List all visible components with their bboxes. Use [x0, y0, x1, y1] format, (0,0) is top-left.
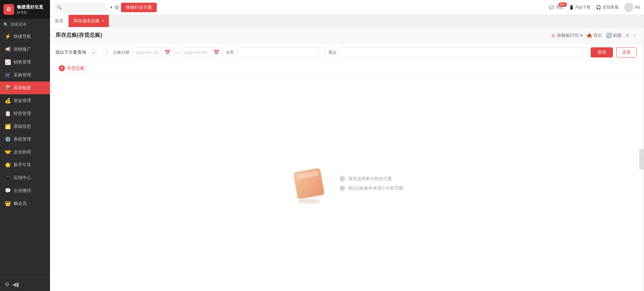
sidebar-item-guide[interactable]: 🌟新手引导: [0, 159, 50, 171]
print-btn[interactable]: 🖨 按模板打印 ▾: [551, 32, 583, 39]
online-service-btn[interactable]: 🎧 在线客服: [596, 4, 619, 10]
filter-bar: 按以下方案查询 + 《 记账日期 yyyy-mm-dd 📅 —: [50, 44, 642, 61]
nav-icon-sales: 📈: [5, 59, 11, 65]
logo-main: 畅捷通好生意: [17, 4, 43, 10]
tab-close-icon[interactable]: ×: [102, 19, 104, 23]
main-content: 🔍 ▾ ⚙ 体验行业方案 💬 消息 99+ 📱 App下载 🎧 在线客服: [50, 0, 644, 291]
schema-item-ledger[interactable]: 货 存货总账: [55, 64, 88, 73]
nav-label-system: 系统管理: [14, 136, 31, 142]
sidebar-item-marketing[interactable]: 📢营销推广: [0, 43, 50, 56]
sidebar-item-purchase[interactable]: 🛒采购管理: [0, 69, 50, 81]
nav-label-marketing: 营销推广: [14, 46, 31, 52]
topbar-search-icon: 🔍: [57, 5, 62, 10]
message-btn[interactable]: 💬 消息 99+: [549, 4, 564, 10]
hint-item-2: 2用[过滤]条件来缩小分析范围: [339, 185, 403, 191]
resize-icon: ⤢: [633, 33, 637, 38]
refresh-icon: 🔄: [606, 33, 612, 38]
sidebar-item-finance[interactable]: 💰资金管理: [0, 94, 50, 107]
inner-page: 库存总账(存货总账) 🖨 按模板打印 ▾ 📤 导出 🔄 刷新: [50, 27, 642, 291]
nav-label-shortcut: 快捷导航: [14, 33, 31, 40]
topbar: 🔍 ▾ ⚙ 体验行业方案 💬 消息 99+ 📱 App下载 🎧 在线客服: [50, 0, 644, 15]
sidebar-item-appcenter[interactable]: 📱应用中心: [0, 171, 50, 184]
empty-hints: 1请先选择要分析的方案2用[过滤]条件来缩小分析范围: [339, 176, 403, 191]
nav-label-purchase: 采购管理: [14, 72, 31, 78]
calendar-to-icon: 📅: [214, 50, 219, 55]
empty-box-graphic: [293, 168, 325, 199]
audio-footer-icon[interactable]: ◀▮: [12, 281, 19, 288]
logo-text: 畅捷通好生意 标准版: [17, 4, 43, 15]
topbar-left: 🔍 ▾ ⚙ 体验行业方案: [54, 3, 546, 12]
schema-item-label: 存货总账: [67, 65, 84, 71]
filter-add-btn[interactable]: +: [90, 49, 98, 56]
filter-collapse-btn[interactable]: 《: [102, 49, 109, 56]
nav-icon-appcenter: 📱: [5, 175, 11, 181]
sidebar-item-system[interactable]: ⚙️系统管理: [0, 133, 50, 146]
date-to-input[interactable]: yyyy-mm-dd 📅: [182, 47, 222, 57]
sidebar-item-inventory[interactable]: 📦库存核算: [0, 81, 50, 94]
sidebar-item-wechat[interactable]: 💬企业微信: [0, 184, 50, 197]
nav-icon-operations: 📋: [5, 111, 11, 117]
sidebar-item-sales[interactable]: 📈销售管理: [0, 56, 50, 69]
print-icon: 🖨: [551, 33, 555, 38]
warehouse-more-icon: ···: [318, 49, 322, 55]
hint-text-2: 用[过滤]条件来缩小分析范围: [348, 185, 403, 191]
warehouse-input[interactable]: ···: [237, 47, 325, 57]
hint-item-1: 1请先选择要分析的方案: [339, 176, 403, 182]
page-area: 库存总账(存货总账) 🖨 按模板打印 ▾ 📤 导出 🔄 刷新: [50, 27, 644, 291]
empty-illustration: [289, 163, 329, 204]
nav-icon-enterprise: 🤝: [5, 149, 11, 155]
industry-btn[interactable]: 体验行业方案: [121, 3, 157, 12]
sidebar-item-member[interactable]: 👑畅会员: [0, 197, 50, 210]
sidebar-item-enterprise[interactable]: 🤝企业协同: [0, 146, 50, 159]
schema-row: 货 存货总账: [50, 61, 642, 76]
date-from-placeholder: yyyy-mm-dd: [136, 50, 158, 55]
message-icon: 💬: [549, 5, 554, 10]
export-btn[interactable]: 📤 导出: [587, 32, 602, 39]
app-download-btn[interactable]: 📱 App下载: [569, 4, 591, 10]
query-btn[interactable]: 查询: [591, 47, 613, 57]
nav-icon-shortcut: ⚡: [5, 33, 11, 40]
print-label: 按模板打印: [557, 32, 579, 39]
sidebar: B 畅捷通好生意 标准版 🔍 搜索菜单 ⚡快捷导航📢营销推广📈销售管理🛒采购管理…: [0, 0, 50, 291]
logo-sub: 标准版: [17, 10, 43, 15]
nav-icon-wechat: 💬: [5, 188, 11, 194]
tab-bar: 首页 库存成本总账 ×: [50, 15, 644, 27]
right-panel-toggle[interactable]: ›: [639, 149, 644, 169]
topbar-search-box[interactable]: 🔍: [54, 3, 108, 12]
refresh-btn[interactable]: 🔄 刷新: [606, 32, 622, 39]
tab-inventory-ledger-label: 库存成本总账: [73, 18, 100, 24]
user-avatar: [624, 3, 634, 12]
sidebar-search[interactable]: 🔍 搜索菜单: [0, 19, 50, 30]
nav-icon-inventory: 📦: [5, 85, 11, 91]
empty-state: 1请先选择要分析的方案2用[过滤]条件来缩小分析范围: [50, 76, 642, 291]
service-icon: 🎧: [596, 5, 601, 10]
calendar-from-icon: 📅: [165, 50, 170, 55]
settings-btn[interactable]: 设置: [616, 47, 637, 57]
date-from-input[interactable]: yyyy-mm-dd 📅: [133, 47, 173, 57]
nav-icon-finance: 💰: [5, 98, 11, 104]
close-panel-btn[interactable]: ×: [626, 32, 629, 39]
nav-label-appcenter: 应用中心: [14, 175, 31, 181]
topbar-chevron-icon[interactable]: ▾: [110, 5, 113, 10]
tab-inventory-ledger[interactable]: 库存成本总账 ×: [69, 15, 109, 27]
topbar-gear-icon[interactable]: ⚙: [115, 4, 119, 10]
nav-label-finance: 资金管理: [14, 98, 31, 104]
product-label: 商品: [328, 50, 337, 55]
tab-home[interactable]: 首页: [50, 15, 69, 27]
nav-label-guide: 新手引导: [14, 162, 31, 168]
date-input-group: yyyy-mm-dd 📅 — yyyy-mm-dd 📅: [133, 47, 222, 57]
nav-label-enterprise: 企业协同: [14, 149, 31, 155]
sidebar-item-basic[interactable]: 🗂️基础信息: [0, 120, 50, 133]
nav-icon-basic: 🗂️: [5, 123, 11, 129]
settings-footer-icon[interactable]: ⚙: [5, 281, 9, 288]
sidebar-item-shortcut[interactable]: ⚡快捷导航: [0, 30, 50, 43]
product-input[interactable]: ···: [340, 47, 587, 57]
nav-icon-marketing: 📢: [5, 46, 11, 52]
sidebar-item-operations[interactable]: 📋经营管理: [0, 107, 50, 120]
nav-label-inventory: 库存核算: [14, 85, 31, 91]
filter-inputs: 记账日期 yyyy-mm-dd 📅 — yyyy-mm-dd 📅: [113, 47, 637, 57]
page-header-actions: 🖨 按模板打印 ▾ 📤 导出 🔄 刷新 × ⤢: [551, 32, 637, 39]
search-icon: 🔍: [3, 22, 8, 27]
topbar-right: 💬 消息 99+ 📱 App下载 🎧 在线客服 Rit: [549, 3, 640, 12]
user-avatar-btn[interactable]: Rit: [624, 3, 640, 12]
